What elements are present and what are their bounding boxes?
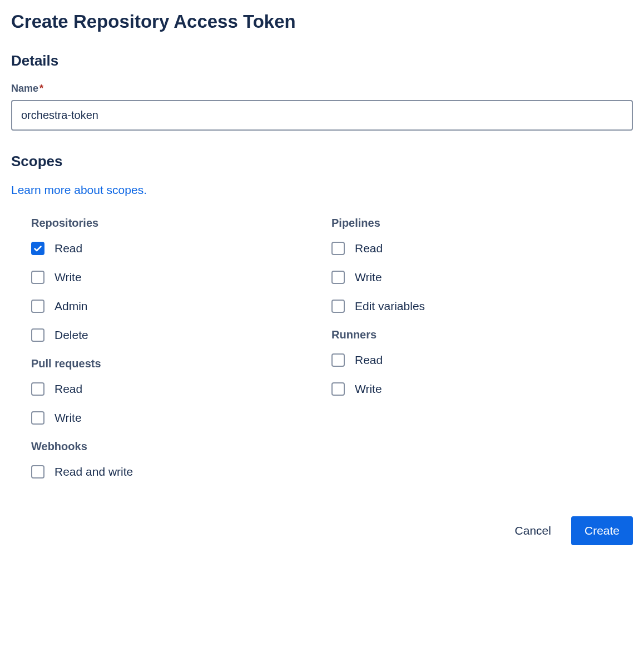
scope-pipelines-edit-variables[interactable]: Edit variables: [331, 300, 598, 313]
scope-group-pull-requests: Pull requests: [31, 357, 298, 370]
scope-runners-read[interactable]: Read: [331, 353, 598, 367]
cancel-button[interactable]: Cancel: [511, 517, 556, 544]
scopes-container: RepositoriesReadWriteAdminDeletePull req…: [11, 217, 633, 494]
scope-webhooks-read-and-write[interactable]: Read and write: [31, 465, 298, 478]
scope-group-repositories: Repositories: [31, 217, 298, 230]
scope-group-webhooks: Webhooks: [31, 440, 298, 453]
name-input[interactable]: [11, 100, 633, 131]
checkbox-label: Admin: [55, 300, 88, 313]
checkbox-icon[interactable]: [331, 271, 345, 284]
checkbox-label: Read: [355, 353, 383, 367]
footer-actions: Cancel Create: [11, 516, 633, 545]
scope-repositories-read[interactable]: Read: [31, 242, 298, 255]
create-button[interactable]: Create: [571, 516, 633, 545]
checkbox-icon[interactable]: [31, 328, 44, 342]
name-field-label: Name*: [11, 83, 633, 94]
page-title: Create Repository Access Token: [11, 11, 633, 32]
scopes-left-column: RepositoriesReadWriteAdminDeletePull req…: [31, 217, 298, 494]
scopes-right-column: PipelinesReadWriteEdit variablesRunnersR…: [331, 217, 598, 494]
checkbox-label: Read and write: [55, 465, 133, 478]
scope-repositories-admin[interactable]: Admin: [31, 300, 298, 313]
checkbox-label: Write: [355, 382, 382, 396]
checkbox-icon[interactable]: [331, 382, 345, 396]
scope-group-pipelines: Pipelines: [331, 217, 598, 230]
scope-runners-write[interactable]: Write: [331, 382, 598, 396]
scopes-section-title: Scopes: [11, 153, 633, 170]
checkbox-icon[interactable]: [31, 300, 44, 313]
scope-repositories-write[interactable]: Write: [31, 271, 298, 284]
scope-pipelines-write[interactable]: Write: [331, 271, 598, 284]
scope-pull-requests-read[interactable]: Read: [31, 382, 298, 396]
checkbox-label: Read: [55, 382, 82, 396]
checkbox-icon[interactable]: [31, 382, 44, 396]
checkbox-icon[interactable]: [31, 411, 44, 425]
checkbox-label: Read: [355, 242, 383, 255]
checkbox-icon[interactable]: [31, 271, 44, 284]
checkbox-label: Read: [55, 242, 82, 255]
name-label-text: Name: [11, 83, 38, 94]
learn-more-scopes-link[interactable]: Learn more about scopes.: [11, 183, 147, 197]
scope-pull-requests-write[interactable]: Write: [31, 411, 298, 425]
checkbox-icon[interactable]: [31, 242, 44, 255]
scope-pipelines-read[interactable]: Read: [331, 242, 598, 255]
checkbox-label: Edit variables: [355, 300, 425, 313]
checkbox-label: Write: [55, 271, 82, 284]
checkbox-icon[interactable]: [331, 300, 345, 313]
checkbox-icon[interactable]: [31, 465, 44, 478]
checkbox-label: Write: [55, 411, 82, 425]
required-asterisk: *: [39, 83, 43, 94]
scope-group-runners: Runners: [331, 328, 598, 341]
checkbox-icon[interactable]: [331, 353, 345, 367]
scope-repositories-delete[interactable]: Delete: [31, 328, 298, 342]
checkbox-icon[interactable]: [331, 242, 345, 255]
checkbox-label: Delete: [55, 328, 88, 342]
checkbox-label: Write: [355, 271, 382, 284]
details-section-title: Details: [11, 52, 633, 69]
